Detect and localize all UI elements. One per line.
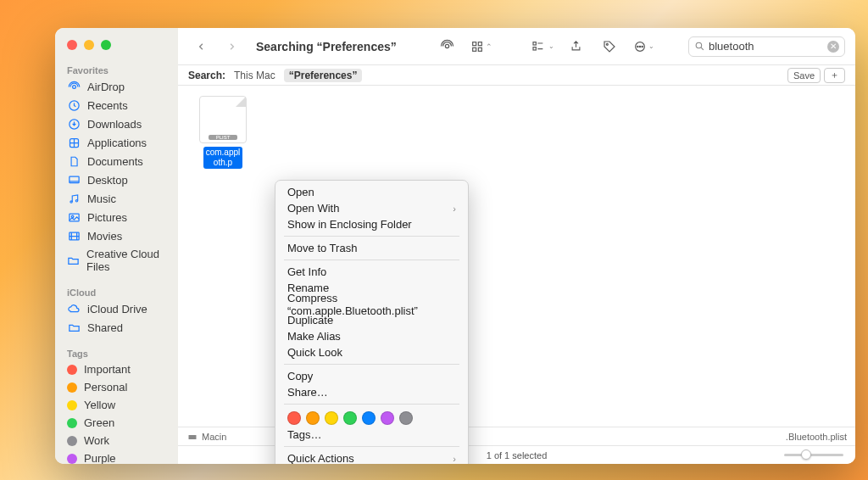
svg-point-6 <box>75 199 77 201</box>
tag-color-swatch[interactable] <box>325 411 338 425</box>
airdrop-toolbar-icon[interactable] <box>434 36 459 57</box>
tag-dot-icon <box>67 365 77 375</box>
sidebar-item-label: Important <box>84 363 131 376</box>
sidebar-item-label: Movies <box>87 230 122 243</box>
path-segment: .Bluetooth.plist <box>786 432 847 442</box>
scope-current[interactable]: “Preferences” <box>284 69 363 82</box>
sidebar-item-pictures[interactable]: Pictures <box>55 208 178 226</box>
maximize-button[interactable] <box>101 40 111 50</box>
group-button[interactable]: ⌄ <box>529 36 554 57</box>
ctx-open[interactable]: Open <box>275 184 468 200</box>
ctx-compress[interactable]: Compress “com.apple.Bluetooth.plist” <box>275 296 468 312</box>
tag-color-swatch[interactable] <box>287 411 301 425</box>
sidebar-item-music[interactable]: Music <box>55 189 178 208</box>
sidebar-item-label: Work <box>84 434 109 447</box>
ctx-alias[interactable]: Make Alias <box>275 328 468 344</box>
save-search-button[interactable]: Save <box>787 68 821 83</box>
sidebar-item-shared[interactable]: Shared <box>55 318 178 337</box>
chevron-right-icon: › <box>453 204 456 214</box>
ctx-tags[interactable]: Tags… <box>275 427 468 443</box>
tag-color-swatch[interactable] <box>381 411 394 425</box>
toolbar: Searching “Preferences” ⌃ ⌄ ⌄ bluetooth … <box>178 28 855 65</box>
svg-rect-15 <box>533 42 536 44</box>
clear-search-button[interactable]: ✕ <box>827 41 839 53</box>
forward-button[interactable] <box>219 36 244 57</box>
tag-dot-icon <box>67 382 77 393</box>
ctx-get-info[interactable]: Get Info <box>275 264 468 280</box>
tag-color-swatch[interactable] <box>399 411 413 425</box>
sidebar-item-airdrop[interactable]: AirDrop <box>55 77 178 96</box>
sidebar-item-documents[interactable]: Documents <box>55 152 178 170</box>
sidebar-item-label: Personal <box>84 381 127 393</box>
ctx-share[interactable]: Share… <box>275 384 468 400</box>
sidebar-item-desktop[interactable]: Desktop <box>55 170 178 189</box>
sidebar-tag[interactable]: Work <box>55 432 178 449</box>
svg-point-10 <box>445 44 448 47</box>
minimize-button[interactable] <box>84 40 94 50</box>
sidebar-item-applications[interactable]: Applications <box>55 133 178 152</box>
file-name: com.apploth.p <box>203 147 243 169</box>
clock-icon <box>67 98 81 112</box>
ctx-quick-look[interactable]: Quick Look <box>275 344 468 360</box>
svg-rect-16 <box>533 47 536 49</box>
add-criteria-button[interactable]: ＋ <box>824 68 845 83</box>
sidebar-item-recents[interactable]: Recents <box>55 96 178 114</box>
share-button[interactable] <box>563 36 588 57</box>
sidebar-item-label: Desktop <box>87 174 128 187</box>
sidebar-item-label: Purple <box>84 452 116 464</box>
sidebar-section-icloud: iCloud <box>55 284 178 299</box>
ctx-tag-colors <box>275 408 468 427</box>
tag-button[interactable] <box>597 36 622 57</box>
ctx-quick-actions[interactable]: Quick Actions› <box>275 450 468 464</box>
sidebar-item-label: AirDrop <box>87 81 125 93</box>
sidebar-section-tags: Tags <box>55 345 178 360</box>
movies-icon <box>67 229 81 243</box>
view-grid-button[interactable]: ⌃ <box>468 36 493 57</box>
tag-color-swatch[interactable] <box>343 411 357 425</box>
tag-dot-icon <box>67 400 77 410</box>
desktop-icon <box>67 173 81 187</box>
sidebar-item-icloud-drive[interactable]: iCloud Drive <box>55 299 178 318</box>
ctx-show-enclosing[interactable]: Show in Enclosing Folder <box>275 216 468 232</box>
folder-icon <box>67 254 80 267</box>
tag-color-swatch[interactable] <box>306 411 320 425</box>
svg-rect-14 <box>478 47 481 51</box>
scope-bar: Search: This Mac “Preferences” Save ＋ <box>178 65 855 86</box>
finder-window: Favorites AirDrop Recents Downloads Appl… <box>55 28 855 464</box>
sidebar-item-label: iCloud Drive <box>87 303 147 315</box>
sidebar-item-label: Downloads <box>87 118 142 131</box>
scope-label: Search: <box>188 70 225 81</box>
sidebar-item-label: Applications <box>87 137 147 149</box>
sidebar-tag[interactable]: Important <box>55 360 178 378</box>
sidebar-tag[interactable]: Purple <box>55 449 178 464</box>
tag-color-swatch[interactable] <box>362 411 376 425</box>
sidebar-item-ccf[interactable]: Creative Cloud Files <box>55 245 178 276</box>
search-field[interactable]: bluetooth ✕ <box>688 36 845 57</box>
sidebar-item-label: Pictures <box>87 211 127 224</box>
svg-point-20 <box>639 46 640 47</box>
close-button[interactable] <box>67 40 77 50</box>
ctx-copy[interactable]: Copy <box>275 368 468 384</box>
sidebar-tag[interactable]: Personal <box>55 378 178 396</box>
document-icon <box>67 154 81 168</box>
sidebar-item-label: Recents <box>87 99 128 112</box>
sidebar-item-movies[interactable]: Movies <box>55 226 178 245</box>
svg-rect-11 <box>472 42 476 45</box>
sidebar-tag[interactable]: Green <box>55 414 178 432</box>
svg-point-22 <box>696 42 702 48</box>
ctx-open-with[interactable]: Open With› <box>275 200 468 216</box>
svg-rect-13 <box>472 47 476 51</box>
back-button[interactable] <box>188 36 214 57</box>
download-icon <box>67 117 81 131</box>
svg-point-21 <box>642 46 643 47</box>
icon-size-slider[interactable] <box>784 451 843 458</box>
more-button[interactable]: ⌄ <box>631 36 656 57</box>
file-item[interactable]: PLIST com.apploth.p <box>193 96 253 169</box>
ctx-trash[interactable]: Move to Trash <box>275 240 468 256</box>
svg-point-8 <box>71 215 74 218</box>
apps-icon <box>67 136 81 149</box>
path-segment: Macin <box>202 432 226 442</box>
scope-this-mac[interactable]: This Mac <box>234 70 275 81</box>
sidebar-item-downloads[interactable]: Downloads <box>55 114 178 133</box>
sidebar-tag[interactable]: Yellow <box>55 396 178 414</box>
